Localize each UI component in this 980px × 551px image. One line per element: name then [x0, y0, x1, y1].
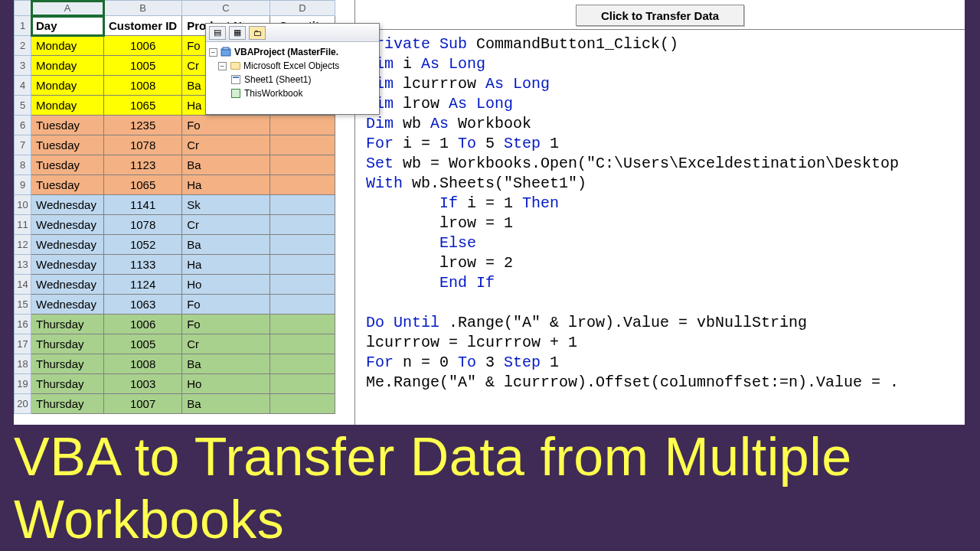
cell-D13[interactable] [270, 255, 335, 275]
collapse-icon[interactable]: − [209, 48, 217, 57]
cell-A14[interactable]: Wednesday [31, 275, 104, 295]
col-A[interactable]: A [31, 1, 104, 16]
cell-C7[interactable]: Cr [182, 135, 270, 155]
cell-B15[interactable]: 1063 [104, 295, 182, 315]
cell-D16[interactable] [270, 315, 335, 334]
cell-B7[interactable]: 1078 [104, 135, 182, 155]
row-1[interactable]: 1 [15, 16, 31, 36]
row-18[interactable]: 18 [15, 354, 31, 374]
cell-D12[interactable] [270, 235, 335, 255]
cell-D7[interactable] [270, 135, 335, 155]
cell-C6[interactable]: Fo [182, 116, 270, 135]
row-13[interactable]: 13 [15, 255, 31, 275]
cell-A5[interactable]: Monday [31, 96, 104, 116]
cell-B11[interactable]: 1078 [104, 215, 182, 235]
row-16[interactable]: 16 [15, 315, 31, 334]
cell-C11[interactable]: Cr [182, 215, 270, 235]
row-3[interactable]: 3 [15, 56, 31, 76]
col-B[interactable]: B [104, 1, 182, 16]
cell-C9[interactable]: Ha [182, 175, 270, 195]
cell-B14[interactable]: 1124 [104, 275, 182, 295]
cell-C10[interactable]: Sk [182, 195, 270, 215]
cell-A20[interactable]: Thursday [31, 394, 104, 414]
vbe-view-object-button[interactable]: ▦ [229, 26, 246, 40]
row-2[interactable]: 2 [15, 36, 31, 56]
cell-C19[interactable]: Ho [182, 374, 270, 394]
cell-D6[interactable] [270, 116, 335, 135]
cell-B10[interactable]: 1141 [104, 195, 182, 215]
cell-C15[interactable]: Fo [182, 295, 270, 315]
cell-A4[interactable]: Monday [31, 76, 104, 96]
vbe-thisworkbook-node[interactable]: ThisWorkbook [209, 86, 376, 100]
vbe-group-node[interactable]: − Microsoft Excel Objects [209, 59, 376, 73]
cell-A17[interactable]: Thursday [31, 334, 104, 354]
collapse-icon[interactable]: − [218, 62, 227, 70]
row-15[interactable]: 15 [15, 295, 31, 315]
cell-C17[interactable]: Cr [182, 334, 270, 354]
cell-B8[interactable]: 1123 [104, 155, 182, 175]
cell-A11[interactable]: Wednesday [31, 215, 104, 235]
transfer-data-button[interactable]: Click to Transfer Data [576, 5, 744, 26]
cell-C12[interactable]: Ba [182, 235, 270, 255]
cell-A16[interactable]: Thursday [31, 315, 104, 334]
col-D[interactable]: D [270, 1, 335, 16]
cell-B17[interactable]: 1005 [104, 334, 182, 354]
row-4[interactable]: 4 [15, 76, 31, 96]
vbe-sheet-node[interactable]: Sheet1 (Sheet1) [209, 73, 376, 86]
select-all[interactable] [15, 1, 31, 16]
row-10[interactable]: 10 [15, 195, 31, 215]
cell-C8[interactable]: Ba [182, 155, 270, 175]
vbe-project-explorer[interactable]: ▤ ▦ 🗀 − VBAProject (MasterFile. − Micros… [205, 23, 380, 115]
cell-B20[interactable]: 1007 [104, 394, 182, 414]
cell-A9[interactable]: Tuesday [31, 175, 104, 195]
cell-B9[interactable]: 1065 [104, 175, 182, 195]
cell-B4[interactable]: 1008 [104, 76, 182, 96]
cell-D17[interactable] [270, 334, 335, 354]
row-7[interactable]: 7 [15, 135, 31, 155]
cell-A2[interactable]: Monday [31, 36, 104, 56]
cell-A15[interactable]: Wednesday [31, 295, 104, 315]
row-12[interactable]: 12 [15, 235, 31, 255]
cell-B6[interactable]: 1235 [104, 116, 182, 135]
row-14[interactable]: 14 [15, 275, 31, 295]
cell-D8[interactable] [270, 155, 335, 175]
cell-B12[interactable]: 1052 [104, 235, 182, 255]
vbe-project-node[interactable]: − VBAProject (MasterFile. [209, 45, 376, 59]
vbe-view-code-button[interactable]: ▤ [209, 26, 226, 40]
row-5[interactable]: 5 [15, 96, 31, 116]
cell-C20[interactable]: Ba [182, 394, 270, 414]
cell-B5[interactable]: 1065 [104, 96, 182, 116]
cell-D14[interactable] [270, 275, 335, 295]
row-6[interactable]: 6 [15, 116, 31, 135]
cell-A3[interactable]: Monday [31, 56, 104, 76]
cell-D15[interactable] [270, 295, 335, 315]
row-20[interactable]: 20 [15, 394, 31, 414]
cell-A10[interactable]: Wednesday [31, 195, 104, 215]
cell-A13[interactable]: Wednesday [31, 255, 104, 275]
row-19[interactable]: 19 [15, 374, 31, 394]
cell-A18[interactable]: Thursday [31, 354, 104, 374]
cell-B13[interactable]: 1133 [104, 255, 182, 275]
cell-B18[interactable]: 1008 [104, 354, 182, 374]
cell-A7[interactable]: Tuesday [31, 135, 104, 155]
cell-A19[interactable]: Thursday [31, 374, 104, 394]
row-17[interactable]: 17 [15, 334, 31, 354]
row-8[interactable]: 8 [15, 155, 31, 175]
cell-C18[interactable]: Ba [182, 354, 270, 374]
col-C[interactable]: C [182, 1, 270, 16]
vba-code-editor[interactable]: Private Sub CommandButton1_Click() Dim i… [355, 29, 965, 425]
cell-D20[interactable] [270, 394, 335, 414]
cell-B16[interactable]: 1006 [104, 315, 182, 334]
cell-C13[interactable]: Ha [182, 255, 270, 275]
cell-D10[interactable] [270, 195, 335, 215]
cell-D11[interactable] [270, 215, 335, 235]
cell-B2[interactable]: 1006 [104, 36, 182, 56]
cell-A1[interactable]: Day [31, 16, 104, 36]
row-9[interactable]: 9 [15, 175, 31, 195]
cell-B3[interactable]: 1005 [104, 56, 182, 76]
cell-B1[interactable]: Customer ID [104, 16, 182, 36]
cell-A8[interactable]: Tuesday [31, 155, 104, 175]
cell-A12[interactable]: Wednesday [31, 235, 104, 255]
row-11[interactable]: 11 [15, 215, 31, 235]
cell-B19[interactable]: 1003 [104, 374, 182, 394]
